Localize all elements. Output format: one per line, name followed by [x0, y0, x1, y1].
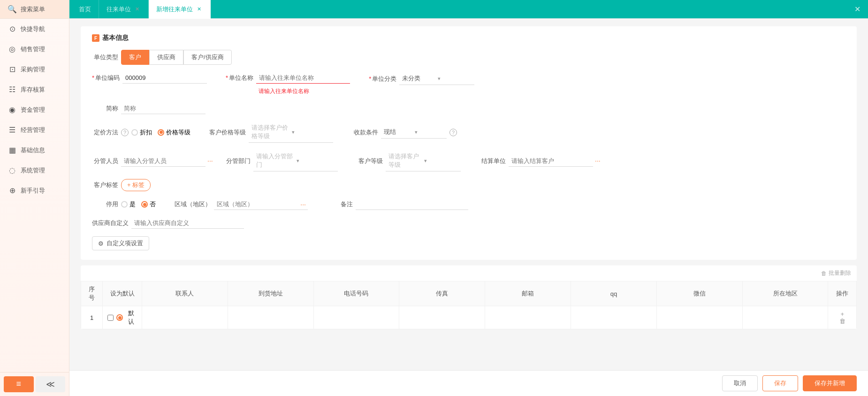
table-header-row: 序号 设为默认 联系人 到货地址 电话号码 传真 邮箱 qq 微信 所在地区 操…: [81, 281, 857, 306]
close-all-tabs[interactable]: ✕: [849, 5, 866, 14]
fax-input[interactable]: [404, 314, 480, 321]
payment-group: 收款条件 现结 ▾ ?: [352, 126, 457, 139]
pricing-radio-group: 折扣 价格等级: [131, 128, 190, 137]
radio-discount[interactable]: 折扣: [131, 128, 152, 137]
cell-fax[interactable]: [399, 306, 485, 329]
cell-qq[interactable]: [571, 306, 657, 329]
purchase-icon: ⊡: [8, 65, 17, 74]
customer-level-select[interactable]: 请选择客户等级 ▾: [386, 150, 461, 171]
sidebar-item-inventory[interactable]: ☷ 库存核算: [0, 79, 69, 100]
sidebar-item-sales[interactable]: ◎ 销售管理: [0, 39, 69, 59]
sidebar-bottom-btn2[interactable]: ≪: [36, 376, 66, 392]
tab-partner-list[interactable]: 往来单位 ✕: [99, 0, 149, 19]
col-index: 序号: [81, 281, 103, 306]
manager-input[interactable]: [121, 155, 206, 166]
phone-input[interactable]: [319, 314, 395, 321]
supplier-custom-group: 供应商自定义: [92, 217, 244, 229]
pricing-row: 定价方法 ? 折扣 价格等级 客户价格等级: [92, 122, 845, 143]
unit-name-input[interactable]: [256, 72, 350, 84]
unit-info-row: 单位编码 单位名称 请输入往来单位名称 单位分类: [92, 72, 845, 95]
sidebar-item-operations[interactable]: ☰ 经营管理: [0, 120, 69, 140]
custom-settings-btn[interactable]: ⚙ 自定义项设置: [92, 236, 149, 250]
cell-region[interactable]: [742, 306, 828, 329]
save-button[interactable]: 保存: [762, 375, 798, 391]
settlement-ellipsis-btn[interactable]: ···: [593, 157, 602, 164]
cell-contact[interactable]: [142, 306, 228, 329]
save-and-new-button[interactable]: 保存并新增: [803, 375, 857, 391]
radio-yes[interactable]: 是: [121, 200, 136, 209]
sidebar-item-system[interactable]: ◌ 系统管理: [0, 160, 69, 180]
payment-select[interactable]: 现结 ▾: [381, 126, 447, 139]
radio-discount-circle: [131, 129, 138, 136]
customer-level-arrow: ▾: [424, 158, 458, 164]
supplier-custom-input[interactable]: [131, 217, 244, 229]
col-action: 操作: [828, 281, 857, 306]
unit-class-label: 单位分类: [369, 75, 396, 83]
cell-wechat[interactable]: [656, 306, 742, 329]
add-row-btn[interactable]: +: [840, 311, 844, 318]
sidebar-bottom-btn[interactable]: ≡: [4, 376, 34, 392]
tab-home[interactable]: 首页: [71, 0, 99, 19]
tab-new-partner[interactable]: 新增往来单位 ✕: [149, 0, 211, 19]
cell-phone[interactable]: [313, 306, 399, 329]
cancel-button[interactable]: 取消: [722, 375, 758, 391]
radio-price-level[interactable]: 价格等级: [158, 128, 190, 137]
sidebar: 🔍 搜索菜单 ⊙ 快捷导航 ◎ 销售管理 ⊡ 采购管理 ☷ 库存核算 ◉ 资金管…: [0, 0, 69, 396]
table-row: 1 默认: [81, 306, 857, 329]
sidebar-item-guide[interactable]: ⊕ 新手引导: [0, 180, 69, 201]
row-checkbox[interactable]: [107, 315, 114, 321]
address-input[interactable]: [233, 314, 309, 321]
remark-input[interactable]: [356, 199, 468, 210]
region-cell-input[interactable]: [747, 314, 823, 321]
btn-customer[interactable]: 客户: [121, 50, 149, 65]
unit-type-buttons: 客户 供应商 客户/供应商: [121, 50, 232, 65]
manager-ellipsis-btn[interactable]: ···: [206, 157, 215, 164]
add-tag-btn[interactable]: + 标签: [121, 179, 151, 191]
default-radio[interactable]: 默认: [116, 309, 137, 326]
wechat-input[interactable]: [662, 314, 738, 321]
sidebar-item-purchase[interactable]: ⊡ 采购管理: [0, 59, 69, 79]
qq-input[interactable]: [576, 314, 652, 321]
tag-label: 客户标签: [92, 181, 118, 189]
unit-class-select[interactable]: 未分类 ▾: [399, 72, 474, 85]
search-menu-item[interactable]: 🔍 搜索菜单: [0, 0, 69, 19]
delete-row-btn[interactable]: 🗑: [839, 318, 845, 325]
btn-both[interactable]: 客户/供应商: [183, 50, 232, 65]
cell-email[interactable]: [485, 306, 571, 329]
payment-help-icon[interactable]: ?: [449, 129, 457, 136]
customer-level-group: 客户等级 请选择客户等级 ▾: [357, 150, 461, 171]
tag-row: 客户标签 + 标签: [92, 179, 845, 191]
radio-no[interactable]: 否: [141, 200, 156, 209]
dept-select[interactable]: 请输入分管部门 ▾: [253, 150, 338, 171]
sidebar-item-quick-nav[interactable]: ⊙ 快捷导航: [0, 19, 69, 39]
unit-type-row: 单位类型 客户 供应商 客户/供应商: [92, 50, 845, 65]
disable-label: 停用: [92, 200, 118, 209]
dept-label: 分管部门: [224, 157, 251, 165]
operations-icon: ☰: [8, 125, 17, 134]
cell-index: 1: [81, 306, 103, 329]
basic-info-card: F 基本信息 单位类型 客户 供应商 客户/供应商 单位编码: [81, 26, 857, 260]
pricing-group: 定价方法 ? 折扣 价格等级: [92, 128, 190, 137]
tab-new-partner-close[interactable]: ✕: [196, 6, 203, 13]
tab-partner-list-close[interactable]: ✕: [134, 6, 141, 13]
contact-input[interactable]: [147, 314, 223, 321]
tab-bar: 首页 往来单位 ✕ 新增往来单位 ✕ ✕: [69, 0, 868, 19]
supplier-custom-label: 供应商自定义: [92, 219, 129, 227]
batch-delete-btn[interactable]: 🗑 批量删除: [821, 269, 851, 277]
unit-class-arrow: ▾: [438, 76, 472, 82]
region-input[interactable]: [214, 199, 298, 210]
btn-supplier[interactable]: 供应商: [149, 50, 183, 65]
inventory-icon: ☷: [8, 85, 17, 94]
abbr-input[interactable]: [121, 103, 206, 114]
sidebar-item-basic-info[interactable]: ▦ 基础信息: [0, 140, 69, 160]
pricing-help-icon[interactable]: ?: [121, 129, 129, 136]
region-ellipsis-btn[interactable]: ···: [298, 201, 308, 208]
email-input[interactable]: [490, 314, 566, 321]
settlement-input[interactable]: [509, 155, 593, 166]
customer-price-select[interactable]: 请选择客户价格等级 ▾: [249, 122, 333, 143]
radio-no-circle: [141, 201, 148, 208]
sidebar-item-finance[interactable]: ◉ 资金管理: [0, 100, 69, 120]
radio-yes-circle: [121, 201, 128, 208]
unit-code-input[interactable]: [122, 72, 207, 84]
cell-address[interactable]: [228, 306, 313, 329]
